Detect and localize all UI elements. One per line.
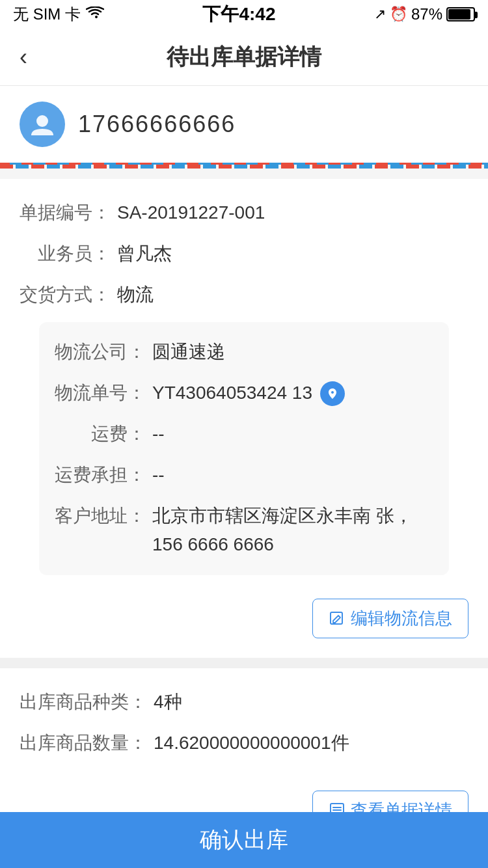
sales-person-row: 业务员： 曾凡杰 [20,239,468,269]
nav-bar: ‹ 待出库单据详情 [0,29,488,86]
track-icon[interactable] [320,381,345,406]
back-button[interactable]: ‹ [20,44,27,71]
delivery-method-value: 物流 [111,280,468,310]
wifi-icon [86,5,104,23]
sales-person-label: 业务员： [20,239,111,269]
tracking-number-row: 物流单号： YT43064053424 13 [55,379,433,408]
status-right: ↗ ⏰ 87% [374,5,475,23]
edit-logistics-row: 编辑物流信息 [20,588,468,638]
goods-types-row: 出库商品种类： 4种 [20,688,468,717]
logistics-card: 物流公司： 圆通速递 物流单号： YT43064053424 13 运费： -- [39,322,449,575]
alarm-icon: ⏰ [390,6,407,23]
status-bar: 无 SIM 卡 下午4:42 ↗ ⏰ 87% [0,0,488,29]
avatar [20,102,65,147]
svg-point-0 [36,115,48,127]
goods-quantity-label: 出库商品数量： [20,729,147,758]
logistics-company-value: 圆通速递 [146,338,433,367]
address-row: 客户地址： 北京市市辖区海淀区永丰南 张，156 6666 6666 [55,502,433,560]
tracking-number-value: YT43064053424 13 [146,379,433,408]
logistics-company-row: 物流公司： 圆通速递 [55,338,433,367]
address-value: 北京市市辖区海淀区永丰南 张，156 6666 6666 [146,502,433,560]
edit-logistics-button[interactable]: 编辑物流信息 [312,599,468,638]
edit-icon [329,610,346,627]
delivery-method-label: 交货方式： [20,280,111,310]
freight-bearer-label: 运费承担： [55,461,146,490]
doc-number-value: SA-20191227-001 [111,198,468,228]
freight-row: 运费： -- [55,420,433,449]
page-title: 待出库单据详情 [167,42,321,72]
freight-label: 运费： [55,420,146,449]
sales-person-value: 曾凡杰 [111,239,468,269]
dashed-separator [0,165,488,169]
logistics-company-label: 物流公司： [55,338,146,367]
battery-icon [446,7,475,21]
user-phone: 17666666666 [78,111,236,138]
confirm-outbound-button[interactable]: 确认出库 [0,825,488,855]
location-icon: ↗ [374,6,386,23]
battery-percent: 87% [411,5,442,23]
doc-number-label: 单据编号： [20,198,111,228]
goods-types-label: 出库商品种类： [20,688,147,717]
user-header: 17666666666 [0,86,488,165]
status-time: 下午4:42 [202,2,275,27]
status-left: 无 SIM 卡 [13,4,104,25]
freight-value: -- [146,420,433,449]
goods-quantity-value: 14.620000000000001件 [147,729,468,758]
doc-number-row: 单据编号： SA-20191227-001 [20,198,468,228]
freight-bearer-row: 运费承担： -- [55,461,433,490]
delivery-method-row: 交货方式： 物流 [20,280,468,310]
freight-bearer-value: -- [146,461,433,490]
goods-quantity-row: 出库商品数量： 14.620000000000001件 [20,729,468,758]
address-label: 客户地址： [55,502,146,531]
goods-section: 出库商品种类： 4种 出库商品数量： 14.620000000000001件 [0,668,488,780]
goods-types-value: 4种 [147,688,468,717]
carrier-label: 无 SIM 卡 [13,4,81,25]
doc-info-section: 单据编号： SA-20191227-001 业务员： 曾凡杰 交货方式： 物流 … [0,179,488,658]
confirm-btn-wrap: 确认出库 [0,812,488,868]
section-divider [0,658,488,668]
tracking-number-label: 物流单号： [55,379,146,408]
